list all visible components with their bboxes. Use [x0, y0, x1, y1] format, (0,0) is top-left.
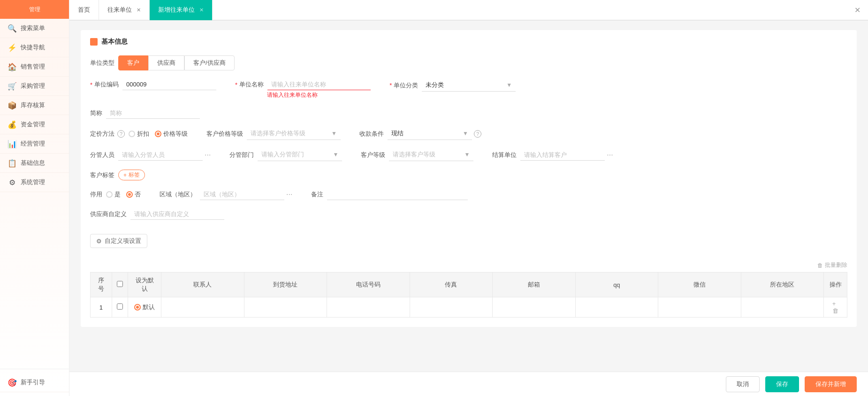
discount-radio[interactable]: [129, 131, 135, 137]
disabled-no-radio[interactable]: [126, 191, 133, 198]
sidebar-item-system[interactable]: ⚙ 系统管理: [0, 173, 69, 192]
tab-new-partner[interactable]: 新增往来单位 ✕: [150, 0, 213, 20]
unit-type-supplier-btn[interactable]: 供应商: [148, 55, 184, 70]
row-area[interactable]: [741, 297, 823, 318]
lightning-icon: ⚡: [8, 43, 17, 52]
region-label: 区域（地区）: [160, 190, 196, 199]
sidebar-item-finance[interactable]: 💰 资金管理: [0, 115, 69, 134]
payment-help-icon[interactable]: ?: [474, 130, 481, 138]
supplier-custom-label: 供应商自定义: [90, 210, 127, 218]
sidebar-item-operations[interactable]: 📊 经营管理: [0, 134, 69, 154]
unit-name-input[interactable]: [267, 79, 371, 90]
select-all-checkbox[interactable]: [117, 281, 123, 287]
save-button[interactable]: 保存: [765, 376, 799, 392]
tab-home[interactable]: 首页: [69, 0, 99, 20]
section-title: 基本信息: [90, 38, 847, 46]
unit-type-both-btn[interactable]: 客户/供应商: [184, 55, 235, 70]
disabled-no-option[interactable]: 否: [126, 190, 141, 199]
col-fax: 传真: [410, 272, 492, 297]
unit-code-input[interactable]: [122, 79, 216, 90]
department-select[interactable]: 请输入分管部门 ▼: [258, 148, 342, 161]
payment-terms-select[interactable]: 现结 ▼: [388, 127, 472, 140]
add-tag-button[interactable]: + 标签: [118, 170, 145, 180]
tab-new-partner-close[interactable]: ✕: [199, 7, 204, 13]
row-area-input[interactable]: [746, 304, 819, 311]
row-address-input[interactable]: [249, 304, 322, 311]
section-icon: [90, 38, 98, 46]
sidebar-item-search[interactable]: 🔍 搜索菜单: [0, 19, 69, 38]
short-name-row: 简称: [90, 108, 847, 119]
sidebar-item-sales[interactable]: 🏠 销售管理: [0, 57, 69, 77]
manager-input[interactable]: [118, 149, 203, 161]
level-radio[interactable]: [155, 131, 161, 137]
supplier-custom-input[interactable]: [130, 209, 224, 220]
sidebar: 管理 🔍 搜索菜单 ⚡ 快捷导航 🏠 销售管理 🛒 采购管理 📦 库存核算 💰 …: [0, 0, 69, 396]
col-email: 邮箱: [493, 272, 575, 297]
sidebar-item-label: 搜索菜单: [21, 24, 45, 32]
delete-row-icon[interactable]: 🗑: [832, 307, 838, 314]
disabled-yes-option[interactable]: 是: [106, 190, 121, 199]
col-checkbox: [112, 272, 128, 297]
customer-level-field: 客户等级 请选择客户等级 ▼: [361, 148, 473, 161]
close-all-tabs[interactable]: ✕: [847, 6, 868, 15]
contact-table: 序号 设为默认 联系人 到货地址 电话号码 传真 邮箱 qq 微信 所在地区 操…: [90, 272, 847, 318]
row-qq-input[interactable]: [580, 304, 654, 311]
row-wechat[interactable]: [658, 297, 741, 318]
code-name-category-row: * 单位编码 * 单位名称 请输入往来单位名称: [90, 79, 847, 99]
manager-more-icon[interactable]: ···: [205, 151, 211, 159]
sidebar-item-guide[interactable]: 🎯 新手引导: [0, 373, 69, 392]
sidebar-item-label: 新手引导: [21, 378, 45, 387]
settlement-more-icon[interactable]: ···: [607, 151, 613, 159]
settlement-unit-field: 结算单位 ···: [492, 149, 613, 161]
row-contact-input[interactable]: [166, 304, 239, 311]
unit-category-select[interactable]: 未分类 ▼: [422, 79, 516, 92]
row-contact[interactable]: [161, 297, 244, 318]
add-row-icon[interactable]: +: [832, 300, 836, 307]
row-default-radio[interactable]: [134, 304, 141, 311]
remark-label: 备注: [311, 190, 323, 199]
customer-level-select[interactable]: 请选择客户等级 ▼: [389, 148, 473, 161]
row-fax-input[interactable]: [415, 304, 487, 311]
short-name-input[interactable]: [106, 108, 200, 119]
save-and-new-button[interactable]: 保存并新增: [805, 376, 857, 392]
row-fax[interactable]: [410, 297, 492, 318]
row-wechat-input[interactable]: [663, 304, 736, 311]
sidebar-item-label: 基础信息: [21, 159, 45, 167]
pricing-help-icon[interactable]: ?: [117, 130, 125, 138]
sidebar-item-inventory[interactable]: 📦 库存核算: [0, 96, 69, 115]
settlement-unit-input[interactable]: [520, 149, 605, 161]
region-more-icon[interactable]: ···: [286, 190, 292, 199]
pricing-discount-option[interactable]: 折扣: [129, 130, 149, 138]
sidebar-item-purchase[interactable]: 🛒 采购管理: [0, 77, 69, 96]
disabled-yes-radio[interactable]: [106, 191, 113, 198]
custom-settings-label: 自定义项设置: [105, 237, 141, 245]
row-email-input[interactable]: [497, 304, 570, 311]
row-email[interactable]: [493, 297, 575, 318]
sidebar-item-label: 资金管理: [21, 120, 45, 129]
unit-category-value: 未分类: [426, 81, 504, 89]
row-checkbox[interactable]: [117, 303, 123, 310]
chart-icon: 📊: [8, 139, 17, 148]
tab-partner-list-close[interactable]: ✕: [137, 7, 141, 13]
row-address[interactable]: [244, 297, 327, 318]
pricing-level-option[interactable]: 价格等级: [155, 130, 188, 138]
batch-delete-button[interactable]: 🗑 批量删除: [817, 261, 847, 269]
row-phone[interactable]: [327, 297, 410, 318]
row-qq[interactable]: [575, 297, 658, 318]
plus-icon: +: [123, 172, 127, 179]
customer-price-level-select[interactable]: 请选择客户价格等级 ▼: [247, 127, 341, 140]
row-default-option[interactable]: 默认: [134, 303, 155, 311]
region-input[interactable]: [200, 189, 284, 200]
tab-partner-list[interactable]: 往来单位 ✕: [99, 0, 150, 20]
section-title-text: 基本信息: [101, 38, 128, 46]
sidebar-item-basic[interactable]: 📋 基础信息: [0, 154, 69, 173]
customer-tag-field: 客户标签 + 标签: [90, 170, 145, 180]
cancel-button[interactable]: 取消: [726, 376, 760, 392]
row-phone-input[interactable]: [332, 304, 404, 311]
remark-input[interactable]: [327, 189, 468, 200]
sidebar-item-quick-nav[interactable]: ⚡ 快捷导航: [0, 38, 69, 57]
bottom-bar: 取消 保存 保存并新增: [69, 372, 868, 396]
unit-type-customer-btn[interactable]: 客户: [118, 55, 148, 70]
chevron-down-icon3: ▼: [463, 130, 468, 137]
custom-settings-button[interactable]: ⚙ 自定义项设置: [90, 234, 147, 248]
